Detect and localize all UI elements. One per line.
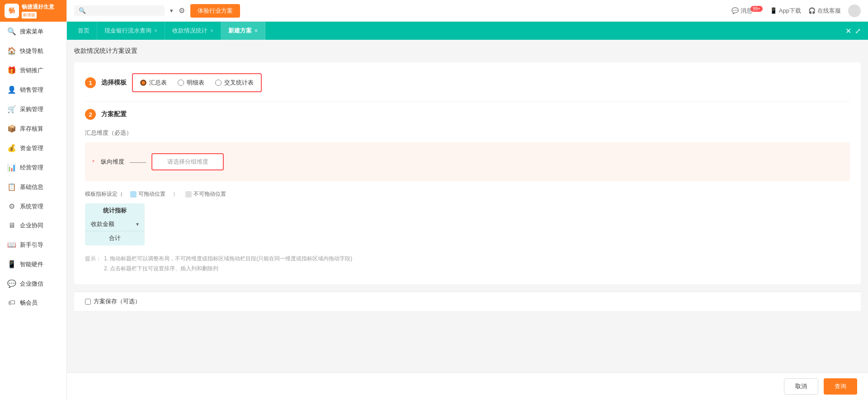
arrow-icon: —— bbox=[130, 157, 146, 167]
sidebar-item-wechat[interactable]: 💬 企业微信 bbox=[0, 274, 66, 293]
tab-home[interactable]: 首页 bbox=[71, 22, 97, 40]
dimension-select-btn[interactable]: 请选择分组维度 bbox=[151, 153, 224, 170]
topbar-right: 💬 消息 99+ 📱 App下载 🎧 在线客服 bbox=[731, 5, 861, 17]
undraggable-legend-box bbox=[185, 191, 192, 198]
cancel-button[interactable]: 取消 bbox=[784, 378, 818, 395]
headset-icon: 🎧 bbox=[808, 7, 816, 14]
page-title: 收款情况统计方案设置 bbox=[74, 47, 861, 55]
sidebar: 畅 畅捷通好生意 标准版 🔍 搜索菜单 🏠 快捷导航 🎁 营销推广 👤 销售管理… bbox=[0, 0, 67, 400]
hints-area: 提示： 1. 拖动标题栏可以调整布局，不可跨维度或指标区域拖动栏目段(只能在同一… bbox=[85, 254, 850, 273]
footer-section: 方案保存（可选） bbox=[74, 292, 861, 311]
close-window-btn[interactable]: ✕ bbox=[845, 27, 851, 35]
sidebar-item-purchase[interactable]: 🛒 采购管理 bbox=[0, 99, 66, 119]
maximize-btn[interactable]: ⤢ bbox=[855, 27, 861, 35]
search-input[interactable] bbox=[89, 8, 152, 14]
action-bar: 取消 查询 bbox=[67, 372, 868, 400]
chart-icon: 📊 bbox=[7, 163, 16, 172]
search-icon: 🔍 bbox=[7, 27, 16, 36]
draggable-legend-box bbox=[130, 191, 137, 198]
main-card: 1 选择模板 汇总表 明细表 交叉统计表 bbox=[74, 62, 861, 284]
standard-badge: 标准版 bbox=[22, 12, 37, 19]
sidebar-item-marketing[interactable]: 🎁 营销推广 bbox=[0, 61, 66, 80]
settings-icon[interactable]: ⚙ bbox=[179, 6, 185, 15]
sidebar-item-funds[interactable]: 💰 资金管理 bbox=[0, 138, 66, 158]
save-checkbox[interactable] bbox=[85, 299, 91, 305]
indicator-grid: 统计指标 收款金额 ▾ 合计 bbox=[85, 203, 145, 245]
query-button[interactable]: 查询 bbox=[824, 378, 857, 395]
message-btn[interactable]: 💬 消息 99+ bbox=[731, 7, 763, 15]
tag-icon: 🏷 bbox=[7, 299, 16, 307]
content-area: 收款情况统计方案设置 1 选择模板 汇总表 明细表 bbox=[67, 40, 868, 372]
sidebar-item-management[interactable]: 📊 经营管理 bbox=[0, 158, 66, 177]
book-icon: 📖 bbox=[7, 240, 16, 249]
tab-new-plan[interactable]: 新建方案 × bbox=[221, 22, 265, 40]
user-icon: 👤 bbox=[7, 85, 16, 94]
hint-1: 提示： 1. 拖动标题栏可以调整布局，不可跨维度或指标区域拖动栏目段(只能在同一… bbox=[85, 254, 850, 264]
step2-badge: 2 bbox=[85, 109, 96, 120]
tab-bank-flow-close[interactable]: × bbox=[154, 28, 157, 34]
message-badge: 99+ bbox=[750, 6, 763, 12]
step2-row: 2 方案配置 bbox=[85, 109, 850, 120]
step-divider bbox=[85, 101, 850, 102]
indicator-subtotal: 合计 bbox=[85, 231, 144, 245]
indicator-options: 模板指标设定（ 可拖动位置 ） 不可拖动位置 bbox=[85, 190, 850, 198]
search-box[interactable]: 🔍 bbox=[74, 5, 165, 16]
sidebar-item-member[interactable]: 🏷 畅会员 bbox=[0, 293, 66, 312]
sidebar-item-basic[interactable]: 📋 基础信息 bbox=[0, 177, 66, 197]
tabbar-controls: ✕ ⤢ bbox=[845, 22, 864, 40]
gift-icon: 🎁 bbox=[7, 66, 16, 75]
logo-text: 畅捷通好生意 标准版 bbox=[22, 3, 54, 19]
sidebar-item-system[interactable]: ⚙ 系统管理 bbox=[0, 197, 66, 216]
template-detail[interactable]: 明细表 bbox=[178, 79, 204, 87]
gear-icon: ⚙ bbox=[7, 202, 16, 211]
hint-2: 提示： 2. 点击标题栏下拉可设置排序、插入列和删除列 bbox=[85, 264, 850, 274]
dimension-row: * 纵向维度 —— 请选择分组维度 bbox=[92, 153, 843, 170]
indicator-header: 统计指标 bbox=[85, 204, 144, 217]
service-btn[interactable]: 🎧 在线客服 bbox=[808, 7, 841, 15]
cart-icon: 🛒 bbox=[7, 105, 16, 113]
cell-dropdown-icon[interactable]: ▾ bbox=[136, 221, 139, 227]
sidebar-item-sales[interactable]: 👤 销售管理 bbox=[0, 80, 66, 99]
tab-bank-flow[interactable]: 现金银行流水查询 × bbox=[97, 22, 165, 40]
tab-receipt-stats[interactable]: 收款情况统计 × bbox=[165, 22, 221, 40]
phone-icon: 📱 bbox=[7, 260, 16, 268]
money-icon: 💰 bbox=[7, 144, 16, 152]
legend-undraggable: 不可拖动位置 bbox=[185, 190, 226, 198]
sidebar-item-hardware[interactable]: 📱 智能硬件 bbox=[0, 254, 66, 274]
main-area: 🔍 ▾ ⚙ 体验行业方案 💬 消息 99+ 📱 App下载 🎧 在线客服 bbox=[67, 0, 868, 400]
sidebar-item-quicknav[interactable]: 🏠 快捷导航 bbox=[0, 41, 66, 61]
search-icon: 🔍 bbox=[79, 7, 86, 14]
legend-draggable: 可拖动位置 bbox=[130, 190, 165, 198]
vertical-dim-label: 纵向维度 bbox=[101, 158, 124, 166]
chevron-down-icon: ▾ bbox=[170, 7, 173, 14]
sidebar-item-guide[interactable]: 📖 新手引导 bbox=[0, 235, 66, 254]
message-icon: 💬 bbox=[731, 7, 739, 14]
step1-row: 1 选择模板 汇总表 明细表 交叉统计表 bbox=[85, 73, 850, 92]
industry-btn[interactable]: 体验行业方案 bbox=[190, 4, 240, 18]
template-cross[interactable]: 交叉统计表 bbox=[215, 79, 254, 87]
topbar: 🔍 ▾ ⚙ 体验行业方案 💬 消息 99+ 📱 App下载 🎧 在线客服 bbox=[67, 0, 868, 22]
tabbar: 首页 现金银行流水查询 × 收款情况统计 × 新建方案 × ✕ ⤢ bbox=[67, 22, 868, 40]
monitor-icon: 🖥 bbox=[7, 221, 16, 230]
user-avatar[interactable] bbox=[848, 5, 861, 17]
home-icon: 🏠 bbox=[7, 47, 16, 55]
sidebar-item-search[interactable]: 🔍 搜索菜单 bbox=[0, 22, 66, 41]
template-options: 汇总表 明细表 交叉统计表 bbox=[132, 73, 262, 92]
dimension-section-title: 汇总维度（必选） bbox=[85, 129, 850, 137]
save-option[interactable]: 方案保存（可选） bbox=[85, 297, 141, 306]
clipboard-icon: 📋 bbox=[7, 183, 16, 191]
step1-title: 选择模板 bbox=[101, 79, 127, 87]
required-star: * bbox=[92, 159, 94, 165]
tab-new-plan-close[interactable]: × bbox=[255, 28, 258, 34]
sidebar-item-inventory[interactable]: 📦 库存核算 bbox=[0, 119, 66, 138]
topbar-dropdown[interactable]: ▾ bbox=[170, 7, 173, 14]
app-icon: 📱 bbox=[770, 7, 777, 14]
sidebar-item-enterprise[interactable]: 🖥 企业协同 bbox=[0, 216, 66, 235]
tab-receipt-stats-close[interactable]: × bbox=[210, 28, 213, 34]
indicator-title: 模板指标设定（ bbox=[85, 190, 123, 198]
app-download-btn[interactable]: 📱 App下载 bbox=[770, 7, 801, 15]
template-summary[interactable]: 汇总表 bbox=[140, 79, 167, 87]
indicator-cell[interactable]: 收款金额 ▾ bbox=[85, 217, 144, 231]
box-icon: 📦 bbox=[7, 124, 16, 133]
step2-title: 方案配置 bbox=[101, 110, 127, 118]
